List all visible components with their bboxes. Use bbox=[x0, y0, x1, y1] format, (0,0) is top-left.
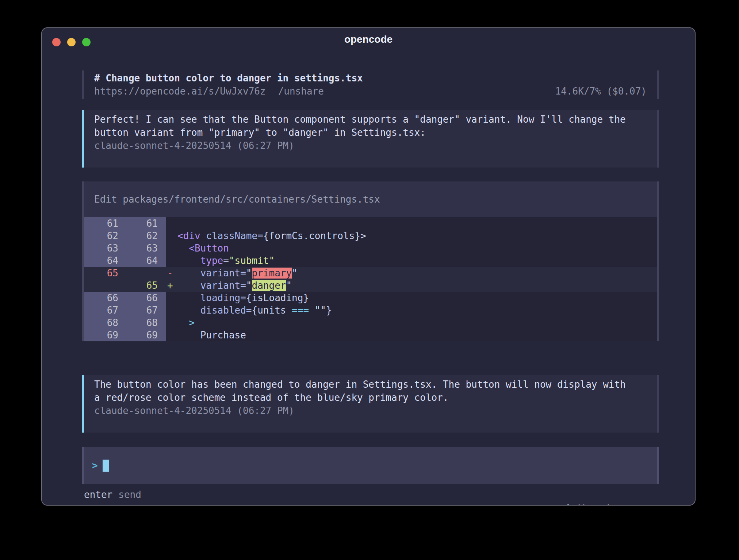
code-segment: loading bbox=[200, 292, 241, 303]
diff-change-marker bbox=[166, 254, 177, 267]
diff-code-line: variant="danger" bbox=[177, 279, 657, 292]
code-segment bbox=[177, 243, 189, 254]
code-segment bbox=[177, 292, 200, 303]
diff-code-line: <div className={formCs.controls}> bbox=[177, 230, 657, 242]
session-header: # Change button color to danger in setti… bbox=[82, 70, 659, 99]
code-segment bbox=[177, 305, 200, 316]
diff-old-line-number: 67 bbox=[84, 304, 118, 317]
diff-row: 6262<div className={formCs.controls}> bbox=[84, 230, 657, 242]
model-info: Anthropic Claude Sonnet 4 bbox=[520, 488, 657, 506]
code-segment: > bbox=[360, 230, 366, 241]
diff-code-line: disabled={units === ""} bbox=[177, 304, 657, 317]
session-title: # Change button color to danger in setti… bbox=[94, 72, 647, 85]
message-text: The button color has been changed to dan… bbox=[94, 378, 647, 391]
input-hint-row: enter send Anthropic Claude Sonnet 4 bbox=[82, 488, 659, 506]
diff-row: 6363 <Button bbox=[84, 242, 657, 254]
code-segment: > bbox=[189, 317, 195, 328]
code-segment bbox=[200, 230, 206, 241]
diff-code-line: > bbox=[177, 317, 657, 329]
code-segment: " bbox=[286, 280, 292, 291]
diff-old-line-number: 61 bbox=[84, 217, 118, 230]
code-segment: primary bbox=[252, 268, 292, 279]
diff-change-marker bbox=[166, 317, 177, 329]
code-segment: {isLoading} bbox=[246, 292, 309, 303]
diff-gutter: 6969 bbox=[84, 329, 166, 341]
code-segment: = bbox=[240, 280, 246, 291]
diff-new-line-number: 62 bbox=[118, 230, 158, 242]
diff-row: 6868 > bbox=[84, 317, 657, 329]
title-bar: opencode bbox=[42, 28, 695, 50]
code-segment: <div bbox=[177, 230, 200, 241]
diff-old-line-number: 64 bbox=[84, 254, 118, 267]
diff-row: 65+ variant="danger" bbox=[84, 279, 657, 292]
prompt-symbol: > bbox=[92, 460, 98, 471]
diff-change-marker bbox=[166, 230, 177, 242]
diff-code-line: variant="primary" bbox=[177, 267, 657, 279]
diff-row: 6767 disabled={units === ""} bbox=[84, 304, 657, 317]
code-segment bbox=[177, 280, 200, 291]
hint-action: send bbox=[118, 488, 141, 506]
diff-gutter: 6464 bbox=[84, 254, 166, 267]
diff-gutter: 65 bbox=[84, 279, 166, 292]
diff-new-line-number bbox=[118, 267, 158, 279]
diff-gutter: 6767 bbox=[84, 304, 166, 317]
code-segment: " bbox=[292, 268, 298, 279]
diff-row: 6969 Purchase bbox=[84, 329, 657, 341]
code-segment: type bbox=[200, 255, 223, 266]
code-segment bbox=[177, 317, 189, 328]
window-title: opencode bbox=[42, 28, 695, 51]
minimize-window-button[interactable] bbox=[67, 38, 76, 46]
diff-view: 61616262<div className={formCs.controls}… bbox=[84, 217, 657, 341]
diff-new-line-number: 68 bbox=[118, 317, 158, 329]
token-usage: 14.6K/7% ($0.07) bbox=[555, 85, 647, 98]
diff-old-line-number: 63 bbox=[84, 242, 118, 254]
code-segment bbox=[177, 330, 200, 341]
hint-key: enter bbox=[84, 488, 112, 506]
zoom-window-button[interactable] bbox=[82, 38, 91, 46]
diff-change-marker: - bbox=[166, 267, 177, 279]
code-segment: = bbox=[246, 305, 252, 316]
message-model-meta: claude-sonnet-4-20250514 (06:27 PM) bbox=[94, 404, 647, 417]
message-text: Perfect! I can see that the Button compo… bbox=[94, 113, 647, 126]
text-cursor bbox=[103, 460, 109, 472]
diff-gutter: 6363 bbox=[84, 242, 166, 254]
code-segment: variant bbox=[200, 268, 241, 279]
code-segment: ""} bbox=[309, 305, 332, 316]
diff-gutter: 6868 bbox=[84, 317, 166, 329]
edit-file-path: Edit packages/frontend/src/containers/Se… bbox=[84, 181, 657, 217]
code-segment: {formCs.controls} bbox=[263, 230, 360, 241]
diff-gutter: 6666 bbox=[84, 292, 166, 304]
diff-code-line: Purchase bbox=[177, 329, 657, 341]
code-segment: = bbox=[257, 230, 263, 241]
diff-gutter: 65 bbox=[84, 267, 166, 279]
diff-row: 6161 bbox=[84, 217, 657, 230]
diff-row: 6666 loading={isLoading} bbox=[84, 292, 657, 304]
code-segment: = bbox=[240, 268, 246, 279]
diff-new-line-number: 63 bbox=[118, 242, 158, 254]
diff-gutter: 6262 bbox=[84, 230, 166, 242]
diff-row: 6464 type="submit" bbox=[84, 254, 657, 267]
code-segment: " bbox=[246, 268, 252, 279]
code-segment: = bbox=[240, 292, 246, 303]
diff-old-line-number: 62 bbox=[84, 230, 118, 242]
edit-tool-block: Edit packages/frontend/src/containers/Se… bbox=[82, 181, 659, 341]
diff-change-marker bbox=[166, 329, 177, 341]
assistant-message: Perfect! I can see that the Button compo… bbox=[82, 110, 659, 168]
diff-new-line-number: 66 bbox=[118, 292, 158, 304]
diff-old-line-number: 66 bbox=[84, 292, 118, 304]
diff-old-line-number: 65 bbox=[84, 267, 118, 279]
code-segment: Purchase bbox=[200, 330, 246, 341]
unshare-command[interactable]: /unshare bbox=[278, 85, 324, 98]
code-segment: = bbox=[223, 255, 229, 266]
code-segment: variant bbox=[200, 280, 241, 291]
prompt-input[interactable]: > bbox=[82, 447, 659, 484]
close-window-button[interactable] bbox=[52, 38, 61, 46]
diff-code-line: <Button bbox=[177, 242, 657, 254]
message-text: button variant from "primary" to "danger… bbox=[94, 126, 647, 139]
share-url[interactable]: https://opencode.ai/s/UwJxv76z bbox=[94, 85, 266, 98]
diff-code-line bbox=[177, 217, 657, 230]
diff-row: 65- variant="primary" bbox=[84, 267, 657, 279]
diff-new-line-number: 67 bbox=[118, 304, 158, 317]
code-segment: {units bbox=[252, 305, 292, 316]
diff-new-line-number: 69 bbox=[118, 329, 158, 341]
